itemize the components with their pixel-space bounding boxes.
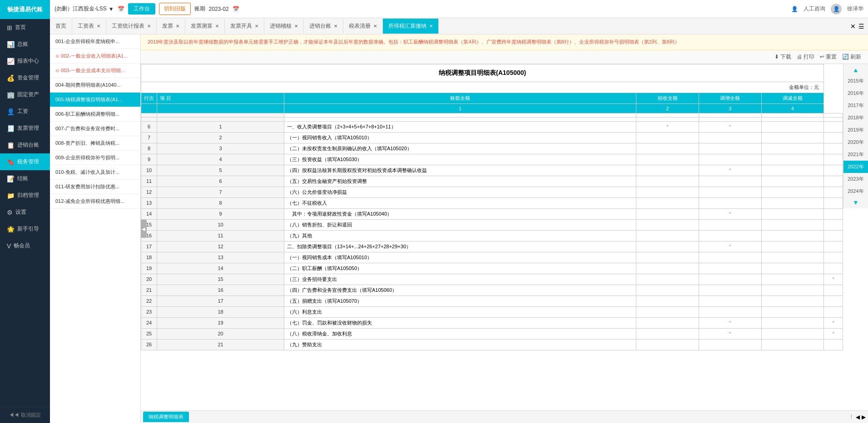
cell-c2[interactable] (699, 230, 761, 241)
cell-c1[interactable] (636, 306, 699, 317)
cell-c1[interactable] (636, 274, 699, 285)
year-2015[interactable]: 2015年 (843, 75, 868, 87)
tab-close[interactable]: ✕ (334, 24, 337, 29)
cell-c2[interactable] (699, 113, 761, 117)
tab-close[interactable]: ✕ (255, 24, 258, 29)
tab-close[interactable]: ✕ (176, 24, 179, 29)
cell-c1[interactable] (636, 317, 699, 328)
cell-c3[interactable] (761, 285, 824, 295)
cell-c1[interactable] (636, 285, 699, 295)
tab-salary-stats[interactable]: 工资统计报表 ✕ (106, 19, 157, 34)
scroll-right-icon[interactable]: ▶ (862, 414, 866, 420)
cell-c1[interactable] (636, 154, 699, 165)
sidebar-item-home[interactable]: ⊞ 首页 (0, 19, 50, 36)
tab-tax-register[interactable]: 税表清册 ✕ (343, 19, 383, 34)
sidebar-item-settings[interactable]: ⚙ 设置 (0, 204, 50, 221)
tab-purchase-audit[interactable]: 进销稽核 ✕ (264, 19, 304, 34)
year-up-button[interactable]: ▲ (851, 65, 860, 75)
cell-c4[interactable]: * (824, 274, 843, 285)
tab-salary[interactable]: 工资表 ✕ (72, 19, 106, 34)
sidebar-item-assets[interactable]: 🏢 固定资产 (0, 86, 50, 103)
tab-invoice-open[interactable]: 发票开具 ✕ (225, 19, 264, 34)
year-2022[interactable]: 2022年 (843, 161, 868, 173)
tab-close[interactable]: ✕ (97, 24, 100, 29)
tab-close[interactable]: ✕ (373, 24, 377, 29)
download-button[interactable]: ⬇ 下载 (774, 53, 791, 61)
cell-c4[interactable] (824, 187, 843, 197)
tab-close[interactable]: ✕ (294, 24, 298, 29)
left-panel-item-007[interactable]: 007-广告费和业务宣传费时... (50, 122, 140, 136)
cell-c2[interactable] (699, 252, 761, 263)
tab-home[interactable]: 首页 (50, 19, 72, 34)
print-button[interactable]: 🖨 打印 (797, 53, 814, 61)
cell-c1[interactable] (636, 208, 699, 219)
left-panel-item-010[interactable]: 010-免税、减计收入及加计... (50, 165, 140, 180)
cell-c4[interactable] (824, 154, 843, 165)
cell-c1[interactable] (636, 328, 699, 339)
cell-c2[interactable] (699, 176, 761, 187)
left-panel-item-006[interactable]: 006-职工薪酬纳税调整明细... (50, 107, 140, 122)
cell-c3[interactable] (761, 187, 824, 197)
tab-purchase-ledger[interactable]: 进销台账 ✕ (304, 19, 343, 34)
cell-c4[interactable] (824, 197, 843, 208)
cell-c3[interactable] (761, 328, 824, 339)
cell-c2[interactable] (699, 219, 761, 230)
cell-c3[interactable] (761, 143, 824, 154)
cell-c3[interactable] (761, 165, 824, 176)
cell-c3[interactable] (761, 306, 824, 317)
year-2016[interactable]: 2016年 (843, 87, 868, 99)
cell-c4[interactable] (824, 241, 843, 252)
year-2018[interactable]: 2018年 (843, 112, 868, 124)
left-panel-item-012[interactable]: 012-减免企业所得税优惠明细... (50, 194, 140, 209)
cell-c4[interactable] (824, 230, 843, 241)
sidebar-item-finance[interactable]: 💰 资金管理 (0, 69, 50, 86)
cell-c4[interactable] (824, 208, 843, 219)
year-2017[interactable]: 2017年 (843, 99, 868, 112)
cell-c4[interactable] (824, 295, 843, 306)
tab-invoice[interactable]: 发票 ✕ (157, 19, 185, 34)
cell-c3[interactable] (761, 295, 824, 306)
cell-c2[interactable]: * (699, 328, 761, 339)
year-2023[interactable]: 2023年 (843, 173, 868, 185)
year-down-button[interactable]: ▼ (851, 197, 860, 207)
cell-c1[interactable] (636, 117, 699, 121)
left-panel-item-009[interactable]: 009-企业所得税弥补亏损明... (50, 151, 140, 165)
left-panel-item-005[interactable]: 005-纳税调整项目明细表(A1... (50, 93, 140, 107)
scroll-left-icon[interactable]: ◀ (856, 414, 860, 420)
sidebar-item-closing[interactable]: 📝 结账 (0, 170, 50, 187)
year-2019[interactable]: 2019年 (843, 124, 868, 136)
sidebar-item-archive[interactable]: 📁 归档管理 (0, 187, 50, 204)
cell-c3[interactable] (761, 274, 824, 285)
cell-c2[interactable] (699, 197, 761, 208)
cell-c3[interactable] (761, 121, 824, 132)
tab-invoice-calc[interactable]: 发票测算 ✕ (185, 19, 225, 34)
cell-c1[interactable] (636, 241, 699, 252)
cell-c2[interactable]: * (699, 165, 761, 176)
cell-c2[interactable] (699, 187, 761, 197)
left-panel-item-008[interactable]: 008-资产折旧、摊销及纳税... (50, 136, 140, 151)
cell-c4[interactable]: * (824, 317, 843, 328)
cell-c1[interactable] (636, 219, 699, 230)
cell-c3[interactable] (761, 132, 824, 143)
cell-c4[interactable] (824, 165, 843, 176)
cell-c4[interactable] (824, 143, 843, 154)
cell-c3[interactable] (761, 317, 824, 328)
cell-c1[interactable] (636, 295, 699, 306)
cell-c4[interactable] (824, 121, 843, 132)
cell-c3[interactable] (761, 117, 824, 121)
cell-c4[interactable] (824, 252, 843, 263)
cell-c4[interactable] (824, 285, 843, 295)
cell-c2[interactable] (699, 263, 761, 274)
cell-c3[interactable] (761, 241, 824, 252)
menu-icon[interactable]: ☰ (858, 23, 864, 30)
cell-c1[interactable] (636, 165, 699, 176)
cell-c3[interactable] (761, 252, 824, 263)
sidebar-item-tax[interactable]: 🔖 税务管理 (0, 153, 50, 170)
sidebar-item-salary[interactable]: 👤 工资 (0, 103, 50, 120)
cell-c3[interactable] (761, 197, 824, 208)
cell-c3[interactable] (761, 339, 824, 350)
cell-c4[interactable] (824, 117, 843, 121)
tab-close[interactable]: ✕ (147, 24, 151, 29)
cell-c2[interactable]: * (699, 208, 761, 219)
refresh-button[interactable]: 🔄 刷新 (842, 53, 861, 61)
